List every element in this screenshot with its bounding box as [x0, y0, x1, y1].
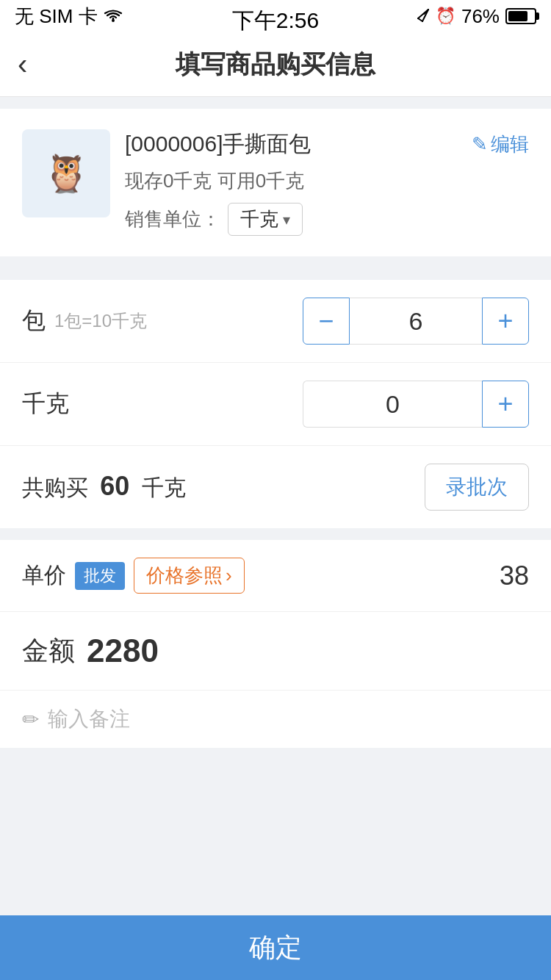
price-label: 单价 批发 价格参照 ›	[22, 558, 245, 594]
nav-bar: ‹ 填写商品购买信息	[0, 32, 551, 97]
product-name: [0000006]手撕面包	[125, 129, 311, 159]
bag-qty-control: − +	[303, 298, 529, 345]
total-row: 共购买 60 千克 录批次	[0, 445, 551, 528]
location-icon	[417, 5, 430, 28]
bag-qty-input[interactable]	[350, 298, 482, 345]
kg-qty-control: +	[303, 381, 529, 428]
quantity-section: 包 1包=10千克 − + 千克 + 共购买 60 千克 录批次	[0, 280, 551, 528]
bag-plus-button[interactable]: +	[482, 298, 529, 345]
amount-value: 2280	[87, 633, 159, 669]
price-section: 单价 批发 价格参照 › 38	[0, 540, 551, 612]
product-stock: 现存0千克 可用0千克	[125, 168, 529, 194]
section-divider-1	[0, 256, 551, 268]
battery-icon	[505, 8, 536, 24]
price-row: 单价 批发 价格参照 › 38	[0, 540, 551, 612]
unit-select[interactable]: 千克 ▾	[228, 203, 303, 236]
price-value: 38	[500, 561, 529, 591]
product-image: 🦉	[22, 129, 110, 217]
status-right: ⏰ 76%	[417, 5, 536, 28]
product-info: [0000006]手撕面包 ✎ 编辑 现存0千克 可用0千克 销售单位： 千克 …	[125, 129, 529, 236]
product-card: 🦉 [0000006]手撕面包 ✎ 编辑 现存0千克 可用0千克 销售单位： 千…	[0, 109, 551, 256]
price-ref-button[interactable]: 价格参照 ›	[134, 558, 245, 594]
edit-icon: ✎	[472, 133, 488, 156]
amount-label: 金额	[22, 633, 75, 669]
carrier-text: 无 SIM 卡	[15, 4, 98, 29]
wifi-icon	[104, 5, 123, 28]
product-unit-row: 销售单位： 千克 ▾	[125, 203, 529, 236]
product-logo-icon: 🦉	[43, 152, 89, 195]
battery-pct: 76%	[461, 5, 500, 28]
batch-button[interactable]: 录批次	[425, 464, 529, 511]
kg-qty-input[interactable]	[303, 381, 482, 428]
page-title: 填写商品购买信息	[176, 48, 375, 82]
status-left: 无 SIM 卡	[15, 4, 123, 29]
remark-row[interactable]: ✏ 输入备注	[0, 690, 551, 748]
bag-hint: 1包=10千克	[54, 309, 147, 333]
status-time: 下午2:56	[232, 6, 319, 36]
kg-label: 千克	[22, 388, 69, 420]
back-button[interactable]: ‹	[18, 48, 27, 81]
pencil-icon: ✏	[22, 707, 39, 732]
alarm-icon: ⏰	[436, 7, 455, 26]
kg-plus-button[interactable]: +	[482, 381, 529, 428]
svg-point-0	[112, 19, 115, 22]
remark-placeholder: 输入备注	[48, 705, 130, 733]
bag-label: 包 1包=10千克	[22, 305, 147, 337]
chevron-right-icon: ›	[226, 564, 232, 587]
status-bar: 无 SIM 卡 下午2:56 ⏰ 76%	[0, 0, 551, 32]
amount-section: 金额 2280 ✏ 输入备注	[0, 612, 551, 748]
edit-button[interactable]: ✎ 编辑	[472, 131, 529, 157]
bag-row: 包 1包=10千克 − +	[0, 280, 551, 363]
kg-row: 千克 +	[0, 363, 551, 445]
price-badge: 批发	[75, 562, 125, 590]
bag-minus-button[interactable]: −	[303, 298, 350, 345]
total-text: 共购买 60 千克	[22, 471, 186, 503]
confirm-button[interactable]: 确定	[0, 915, 551, 980]
chevron-down-icon: ▾	[283, 211, 290, 228]
amount-row: 金额 2280	[0, 612, 551, 690]
unit-label: 销售单位：	[125, 206, 220, 232]
section-divider-2	[0, 528, 551, 540]
